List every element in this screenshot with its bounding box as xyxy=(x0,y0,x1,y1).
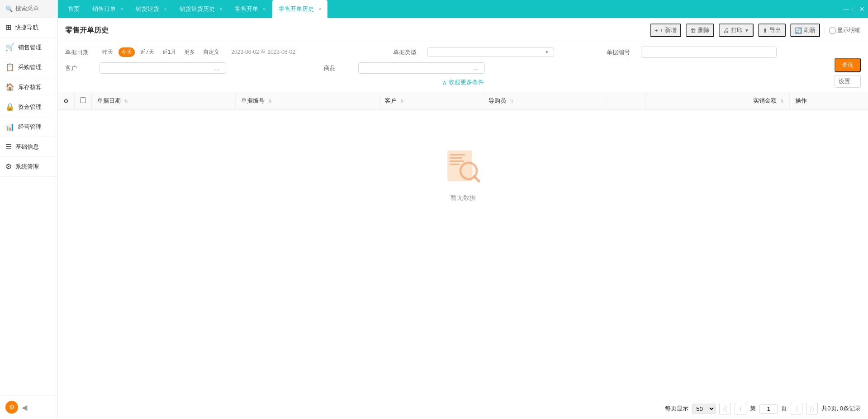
customer-dots-icon[interactable]: ... xyxy=(213,65,221,71)
date-option-more[interactable]: 更多 xyxy=(181,47,198,57)
table-area: ⚙ 单据日期 ⇅ 单据编号 ⇅ 客户 xyxy=(58,92,868,398)
svg-rect-1 xyxy=(450,154,465,155)
tab-retail-open[interactable]: 零售开单× xyxy=(228,0,272,18)
date-option-last7[interactable]: 近7天 xyxy=(138,47,157,57)
sidebar-search-label: 搜索采单 xyxy=(15,5,39,13)
page-content: 零售开单历史 + + 新增 🗑 删除 🖨 打印 ▼ ⬆ 导出 xyxy=(58,18,868,419)
sidebar-item-inventory[interactable]: 🏠 库存核算 xyxy=(0,77,57,97)
svg-rect-3 xyxy=(450,160,464,162)
svg-line-7 xyxy=(474,176,479,181)
table-col-guide[interactable]: 导购员 ⇅ xyxy=(483,92,607,110)
table-col-settings[interactable]: ⚙ xyxy=(58,92,75,110)
print-button[interactable]: 🖨 打印 ▼ xyxy=(719,24,754,37)
tab-home[interactable]: 首页 xyxy=(62,0,86,18)
print-icon: 🖨 xyxy=(723,27,729,34)
product-input[interactable]: ... xyxy=(358,62,485,74)
tab-sales-return[interactable]: 销货退货× xyxy=(129,0,173,18)
export-button[interactable]: ⬆ 导出 xyxy=(758,24,786,37)
tab-sales-return-history[interactable]: 销货退货历史× xyxy=(173,0,228,18)
collapse-filter-button[interactable]: ∧ 收起更多条件 xyxy=(65,78,861,86)
table-body: 暂无数据 xyxy=(58,110,868,239)
tab-label-sales-return-history: 销货退货历史 xyxy=(180,5,215,13)
sidebar: 🔍 搜索采单 ⊞ 快捷导航 🛒 销售管理 📋 采购管理 🏠 库存核算 🔒 资金管… xyxy=(0,0,58,419)
date-option-custom[interactable]: 自定义 xyxy=(200,47,222,57)
empty-svg-icon xyxy=(441,146,486,187)
table-col-checkbox[interactable] xyxy=(75,92,92,110)
table-col-date[interactable]: 单据日期 ⇅ xyxy=(92,92,236,110)
tab-label-sales-return: 销货退货 xyxy=(136,5,159,13)
collapse-sidebar-button[interactable]: ◀ xyxy=(22,403,27,412)
display-detail-checkbox[interactable] xyxy=(830,28,835,33)
sidebar-icon-sys-mgmt: ⚙ xyxy=(5,162,12,171)
tab-close-retail-open-history[interactable]: × xyxy=(318,6,321,12)
sidebar-icon-finance: 🔒 xyxy=(5,103,14,111)
display-detail-label: 显示明细 xyxy=(837,26,861,34)
last-page-button[interactable]: ⟩⟩ xyxy=(806,403,818,414)
per-page-label: 每页显示 xyxy=(665,405,688,413)
date-filter-label: 单据日期 xyxy=(65,48,92,56)
col-amount-sort-icon: ⇅ xyxy=(780,99,784,104)
sidebar-item-finance[interactable]: 🔒 资金管理 xyxy=(0,97,57,117)
sidebar-search[interactable]: 🔍 搜索采单 xyxy=(0,0,57,18)
sidebar-label-inventory: 库存核算 xyxy=(18,83,42,91)
table-header-row: ⚙ 单据日期 ⇅ 单据编号 ⇅ 客户 xyxy=(58,92,868,110)
sidebar-item-sys-mgmt[interactable]: ⚙ 系统管理 xyxy=(0,157,57,177)
data-table: ⚙ 单据日期 ⇅ 单据编号 ⇅ 客户 xyxy=(58,92,868,238)
delete-label: 删除 xyxy=(698,26,710,34)
print-dropdown-icon: ▼ xyxy=(745,28,749,33)
tab-close-sales-order[interactable]: × xyxy=(120,6,123,12)
bill-no-input[interactable] xyxy=(641,47,777,58)
restore-button[interactable]: □ xyxy=(853,6,856,13)
close-button[interactable]: × xyxy=(859,5,864,14)
sidebar-item-basic-info[interactable]: ☰ 基础信息 xyxy=(0,137,57,157)
empty-state: 暂无数据 xyxy=(58,110,868,238)
filter-row-1: 单据日期 昨天 今天 近7天 近1月 更多 自定义 2023-06-02 至 2… xyxy=(65,47,861,58)
tab-sales-order[interactable]: 销售订单× xyxy=(86,0,129,18)
bill-no-label: 单据编号 xyxy=(607,48,634,56)
product-filter-label: 商品 xyxy=(324,64,351,72)
date-option-yesterday[interactable]: 昨天 xyxy=(100,47,116,57)
tab-label-home: 首页 xyxy=(68,5,80,13)
sidebar-item-purchase-mgmt[interactable]: 📋 采购管理 xyxy=(0,57,57,77)
col-date-sort-icon: ⇅ xyxy=(124,99,128,104)
prev-page-button[interactable]: ⟨ xyxy=(735,403,746,414)
bill-type-select[interactable]: ▼ xyxy=(427,47,554,57)
empty-state-row: 暂无数据 xyxy=(58,110,868,239)
sidebar-item-operations[interactable]: 📊 经营管理 xyxy=(0,117,57,137)
sidebar-item-sales-mgmt[interactable]: 🛒 销售管理 xyxy=(0,38,57,57)
refresh-button[interactable]: 🔄 刷新 xyxy=(790,24,820,37)
filter-settings-button[interactable]: 设置 xyxy=(835,75,861,88)
table-col-customer[interactable]: 客户 ⇅ xyxy=(379,92,483,110)
tab-close-retail-open[interactable]: × xyxy=(263,6,266,12)
select-all-checkbox[interactable] xyxy=(80,97,86,103)
display-detail-checkbox-wrapper[interactable]: 显示明细 xyxy=(830,26,861,34)
add-button[interactable]: + + 新增 xyxy=(650,24,681,37)
col-date-label: 单据日期 xyxy=(97,97,121,104)
query-button[interactable]: 查询 xyxy=(835,58,861,72)
tab-close-sales-return-history[interactable]: × xyxy=(219,6,222,12)
sidebar-item-quick-nav[interactable]: ⊞ 快捷导航 xyxy=(0,18,57,38)
delete-button[interactable]: 🗑 删除 xyxy=(686,24,714,37)
refresh-label: 刷新 xyxy=(804,26,816,34)
settings-button[interactable]: ⚙ xyxy=(5,401,18,414)
col-customer-label: 客户 xyxy=(385,97,397,104)
sidebar-bottom: ⚙ ◀ xyxy=(0,395,57,419)
date-option-last1m[interactable]: 近1月 xyxy=(160,47,179,57)
table-col-no[interactable]: 单据编号 ⇅ xyxy=(236,92,379,110)
product-dots-icon[interactable]: ... xyxy=(471,65,480,71)
customer-input[interactable]: ... xyxy=(100,62,226,74)
per-page-select[interactable]: 50 10 20 100 xyxy=(692,404,716,414)
filter-row-2: 客户 ... 商品 ... xyxy=(65,62,861,74)
sidebar-icon-basic-info: ☰ xyxy=(5,142,12,151)
date-option-today[interactable]: 今天 xyxy=(119,47,135,57)
next-page-button[interactable]: ⟩ xyxy=(791,403,802,414)
minimize-button[interactable]: — xyxy=(843,6,849,13)
first-page-button[interactable]: ⟨⟨ xyxy=(719,403,731,414)
page-number-input[interactable] xyxy=(759,404,778,414)
total-info: 共0页, 0条记录 xyxy=(821,405,861,413)
collapse-sidebar-icon: ◀ xyxy=(22,404,27,411)
tab-retail-open-history[interactable]: 零售开单历史× xyxy=(272,0,327,18)
table-col-amount[interactable]: 实销金额 ⇅ xyxy=(645,92,789,110)
tab-close-sales-return[interactable]: × xyxy=(164,6,166,12)
table-header: ⚙ 单据日期 ⇅ 单据编号 ⇅ 客户 xyxy=(58,92,868,110)
